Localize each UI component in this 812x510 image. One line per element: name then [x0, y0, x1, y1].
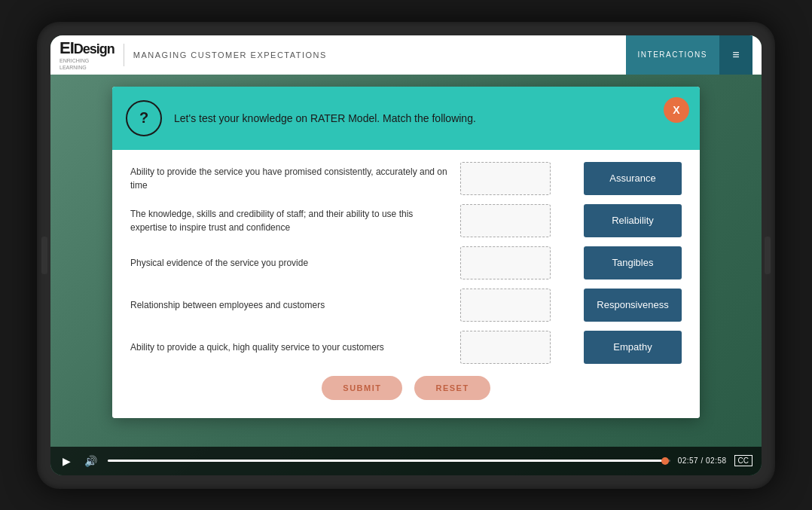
- cc-button[interactable]: CC: [734, 455, 752, 466]
- match-description-2: The knowledge, skills and credibility of…: [130, 207, 451, 234]
- logo-ei: EI: [60, 38, 74, 57]
- play-button[interactable]: ▶: [60, 454, 74, 469]
- option-empathy[interactable]: Empathy: [584, 331, 682, 364]
- progress-bar[interactable]: [108, 460, 670, 462]
- option-tangibles[interactable]: Tangibles: [584, 246, 682, 279]
- progress-fill: [108, 460, 664, 462]
- match-row: Relationship between employees and custo…: [130, 289, 682, 322]
- match-row: Physical evidence of the service you pro…: [130, 246, 682, 279]
- logo-divider: [124, 44, 124, 66]
- logo-design: Design: [74, 41, 114, 56]
- time-display: 02:57 / 02:58: [678, 457, 727, 465]
- match-description-4: Relationship between employees and custo…: [130, 298, 451, 312]
- match-dropzone-5[interactable]: [460, 331, 551, 364]
- close-button[interactable]: X: [664, 97, 689, 123]
- modal: ? Let's test your knowledge on RATER Mod…: [112, 87, 700, 418]
- main-content: ? Let's test your knowledge on RATER Mod…: [50, 75, 762, 447]
- play-icon: ▶: [63, 455, 71, 467]
- menu-icon: ≡: [732, 48, 739, 62]
- interactions-button[interactable]: INTERACTIONS: [626, 35, 719, 75]
- course-title: MANAGING CUSTOMER EXPECTATIONS: [133, 50, 626, 60]
- tablet-frame: EIDesign ENRICHING LEARNING MANAGING CUS…: [37, 22, 775, 489]
- side-button[interactable]: [41, 237, 47, 274]
- volume-icon: 🔊: [84, 455, 97, 467]
- home-button[interactable]: [765, 237, 771, 274]
- match-row: The knowledge, skills and credibility of…: [130, 204, 682, 237]
- logo-area: EIDesign ENRICHING LEARNING: [60, 38, 114, 71]
- buttons-row: SUBMIT RESET: [130, 376, 682, 400]
- modal-header-text: Let's test your knowledge on RATER Model…: [174, 112, 476, 124]
- reset-button[interactable]: RESET: [414, 376, 490, 400]
- modal-header: ? Let's test your knowledge on RATER Mod…: [112, 87, 700, 150]
- progress-dot: [661, 457, 669, 465]
- match-description-5: Ability to provide a quick, high quality…: [130, 341, 451, 354]
- match-row: Ability to provide the service you have …: [130, 162, 682, 195]
- logo-subtitle: ENRICHING LEARNING: [60, 58, 105, 71]
- submit-button[interactable]: SUBMIT: [322, 376, 402, 400]
- option-assurance[interactable]: Assurance: [584, 162, 682, 195]
- logo: EIDesign ENRICHING LEARNING: [60, 38, 114, 71]
- match-dropzone-4[interactable]: [460, 289, 551, 322]
- menu-button[interactable]: ≡: [719, 35, 752, 75]
- match-dropzone-3[interactable]: [460, 246, 551, 279]
- match-dropzone-2[interactable]: [460, 204, 551, 237]
- volume-button[interactable]: 🔊: [81, 454, 100, 469]
- match-description-3: Physical evidence of the service you pro…: [130, 256, 451, 270]
- option-responsiveness[interactable]: Responsiveness: [584, 289, 682, 322]
- match-row: Ability to provide a quick, high quality…: [130, 331, 682, 364]
- match-dropzone-1[interactable]: [460, 162, 551, 195]
- video-controls: ▶ 🔊 02:57 / 02:58 CC: [50, 447, 762, 475]
- modal-body: Ability to provide the service you have …: [112, 150, 700, 418]
- tablet-screen: EIDesign ENRICHING LEARNING MANAGING CUS…: [50, 35, 762, 475]
- option-reliability[interactable]: Reliability: [584, 204, 682, 237]
- match-description-1: Ability to provide the service you have …: [130, 165, 451, 192]
- question-icon: ?: [126, 100, 162, 136]
- header-bar: EIDesign ENRICHING LEARNING MANAGING CUS…: [50, 35, 762, 75]
